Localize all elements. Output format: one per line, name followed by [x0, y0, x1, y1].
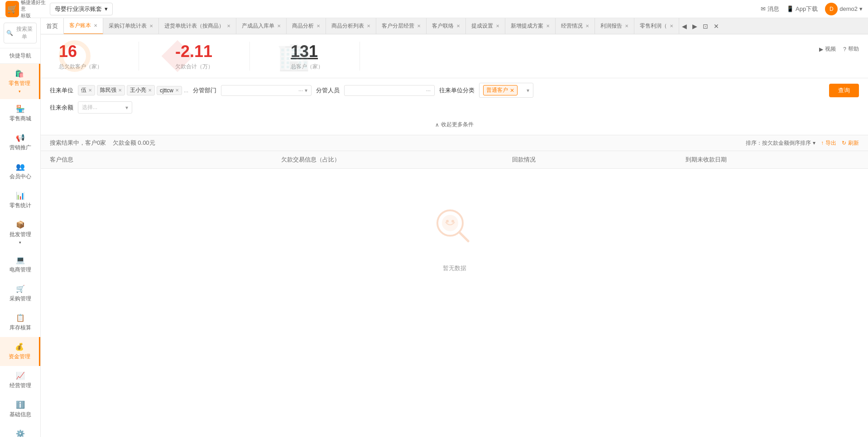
empty-icon — [432, 205, 477, 259]
tab-operation[interactable]: 经营情况 ✕ — [556, 18, 595, 34]
sidebar-item-basic-info[interactable]: ℹ️ 基础信息 — [0, 395, 40, 424]
app-download-button[interactable]: 📱 App下载 — [786, 5, 818, 13]
more-icon: ··· — [298, 87, 303, 94]
chevron-down-icon: ▾ — [527, 87, 529, 94]
sidebar-item-finance[interactable]: 💰 资金管理 — [0, 337, 40, 366]
sort-select[interactable]: 排序：按欠款金额倒序排序 ▾ — [746, 139, 815, 147]
tab-close-icon[interactable]: ✕ — [94, 23, 97, 28]
messages-button[interactable]: ✉ 消息 — [761, 5, 779, 13]
tab-close-icon[interactable]: ✕ — [277, 24, 281, 28]
sidebar-item-purchase[interactable]: 🛒 采购管理 — [0, 279, 40, 308]
tab-close-icon[interactable]: ✕ — [625, 24, 628, 28]
tab-prev-button[interactable]: ◀ — [679, 18, 690, 34]
tab-home[interactable]: 首页 — [41, 18, 64, 34]
sidebar-item-wholesale[interactable]: 📦 批发管理 ▾ — [0, 215, 40, 250]
sidebar-item-member[interactable]: 👥 会员中心 — [0, 157, 40, 186]
tab-customer-tier[interactable]: 客户分层经营 ✕ — [376, 18, 427, 34]
category-select[interactable]: 普通客户 ✕ ▾ — [479, 83, 533, 98]
tab-new-promotion[interactable]: 新增提成方案 ✕ — [505, 18, 556, 34]
balance-filter-label: 往来余额 — [50, 104, 73, 112]
tab-purchase-stats[interactable]: 进货单统计表（按商品） ✕ — [159, 18, 236, 34]
system-icon: ⚙️ — [16, 429, 25, 437]
person-select[interactable]: ··· — [344, 85, 435, 96]
tab-close-icon[interactable]: ✕ — [149, 24, 153, 28]
unit-tag-wang: 王小亮 ✕ — [127, 85, 155, 95]
remove-tag-wang[interactable]: ✕ — [148, 88, 152, 93]
sidebar-item-retail-stats[interactable]: 📊 零售统计 — [0, 186, 40, 215]
tab-customer-cost[interactable]: 客户账本 ✕ — [64, 18, 103, 34]
table-empty-state: 暂无数据 — [41, 169, 868, 309]
sidebar-item-retail[interactable]: 🛍️ 零售管理 ▾ — [0, 64, 40, 99]
remove-category-tag[interactable]: ✕ — [510, 87, 514, 94]
tab-close-icon[interactable]: ✕ — [417, 24, 421, 28]
chevron-down-icon: ▾ — [859, 5, 863, 12]
tab-close-icon[interactable]: ✕ — [317, 24, 320, 28]
tab-close-icon[interactable]: ✕ — [585, 24, 589, 28]
chevron-down-icon: ▾ — [125, 104, 128, 111]
dept-select[interactable]: ··· ▾ — [221, 85, 312, 96]
results-bar: 搜索结果中，客户0家 欠款金额 0.00元 排序：按欠款金额倒序排序 ▾ ↑ 导… — [41, 135, 868, 151]
sidebar-item-system[interactable]: ⚙️ 系统管理 — [0, 424, 40, 437]
sidebar-item-marketing[interactable]: 📢 营销推广 — [0, 128, 40, 157]
more-icon: ··· — [426, 87, 431, 94]
tab-close-icon[interactable]: ✕ — [227, 24, 230, 28]
table-area: 客户信息 欠款交易信息（占比） 回款情况 到期未收款日期 — [41, 151, 868, 437]
tab-bar: 首页 客户账本 ✕ 采购订单统计表 ✕ 进货单统计表（按商品） ✕ 产成品入库单… — [41, 18, 868, 34]
retail-mall-icon: 🏪 — [16, 104, 25, 113]
tab-close-icon[interactable]: ✕ — [367, 24, 370, 28]
unit-tags-group: 伍 ✕ 陈民强 ✕ 王小亮 ✕ cjttcw ✕ — [78, 85, 188, 95]
tab-close-icon[interactable]: ✕ — [546, 24, 550, 28]
svg-point-3 — [446, 220, 449, 223]
results-actions: 排序：按欠款金额倒序排序 ▾ ↑ 导出 ↻ 刷新 — [746, 139, 859, 147]
retail-icon: 🛍️ — [15, 69, 24, 78]
collapse-button[interactable]: ∧ 收起更多条件 — [435, 119, 474, 130]
logo-icon: 🛒 — [5, 1, 19, 17]
tab-product-analysis[interactable]: 商品分析 ✕ — [287, 18, 326, 34]
tab-restore-button[interactable]: ⊡ — [700, 18, 711, 34]
tab-profit-report[interactable]: 利润报告 ✕ — [595, 18, 634, 34]
quick-nav-button[interactable]: 快捷导航 — [0, 48, 40, 64]
message-icon: ✉ — [761, 5, 766, 12]
search-icon: 🔍 — [6, 30, 13, 36]
tab-customer-contact[interactable]: 客户联络 ✕ — [427, 18, 466, 34]
remove-tag-cjttcw[interactable]: ✕ — [175, 88, 179, 93]
tab-purchase-order[interactable]: 采购订单统计表 ✕ — [103, 18, 159, 34]
refresh-button[interactable]: ↻ 刷新 — [842, 139, 859, 147]
sidebar-item-inventory[interactable]: 📋 库存核算 — [0, 308, 40, 337]
tab-product-stock[interactable]: 产成品入库单 ✕ — [236, 18, 287, 34]
avatar: D — [825, 3, 838, 15]
wholesale-icon: 📦 — [16, 220, 25, 229]
more-tags-button[interactable]: ... — [184, 87, 188, 94]
remove-tag-wu[interactable]: ✕ — [88, 88, 92, 93]
user-menu[interactable]: D demo2 ▾ — [825, 3, 863, 15]
tab-close-all-button[interactable]: ✕ — [711, 18, 722, 34]
tab-close-icon[interactable]: ✕ — [670, 24, 673, 28]
query-button[interactable]: 查询 — [829, 84, 859, 97]
balance-select[interactable]: 选择... ▾ — [78, 101, 132, 114]
ecommerce-icon: 💻 — [16, 256, 25, 264]
tab-next-button[interactable]: ▶ — [690, 18, 700, 34]
export-button[interactable]: ↑ 导出 — [821, 139, 836, 147]
retail-stats-icon: 📊 — [16, 191, 25, 200]
sidebar-item-operations[interactable]: 📈 经营管理 — [0, 366, 40, 395]
tab-close-icon[interactable]: ✕ — [496, 24, 499, 28]
video-link[interactable]: ▶ 视频 — [819, 45, 836, 53]
tab-product-analysis-list[interactable]: 商品分析列表 ✕ — [326, 18, 376, 34]
tab-promotion-settings[interactable]: 提成设置 ✕ — [466, 18, 505, 34]
remove-tag-chen[interactable]: ✕ — [118, 88, 122, 93]
table-header: 客户信息 欠款交易信息（占比） 回款情况 到期未收款日期 — [41, 151, 868, 169]
collapse-icon: ∧ — [435, 122, 439, 128]
tab-close-icon[interactable]: ✕ — [456, 24, 460, 28]
filter-area: 往来单位 伍 ✕ 陈民强 ✕ 王小亮 ✕ — [41, 78, 868, 135]
search-menu-button[interactable]: 🔍 搜索菜单 — [4, 23, 37, 43]
sidebar-item-retail-mall[interactable]: 🏪 零售商城 — [0, 99, 40, 128]
video-icon: ▶ — [819, 46, 823, 52]
category-tag: 普通客户 ✕ — [483, 85, 518, 95]
category-filter-label: 往来单位分类 — [439, 86, 475, 95]
operations-icon: 📈 — [16, 371, 25, 380]
refresh-icon: ↻ — [842, 140, 846, 146]
sidebar-item-ecommerce[interactable]: 💻 电商管理 — [0, 250, 40, 279]
help-link[interactable]: ? 帮助 — [843, 45, 859, 53]
industry-selector[interactable]: 母婴行业演示账套 ▾ — [50, 3, 113, 15]
tab-retail-profit[interactable]: 零售利润（ ✕ — [634, 18, 679, 34]
